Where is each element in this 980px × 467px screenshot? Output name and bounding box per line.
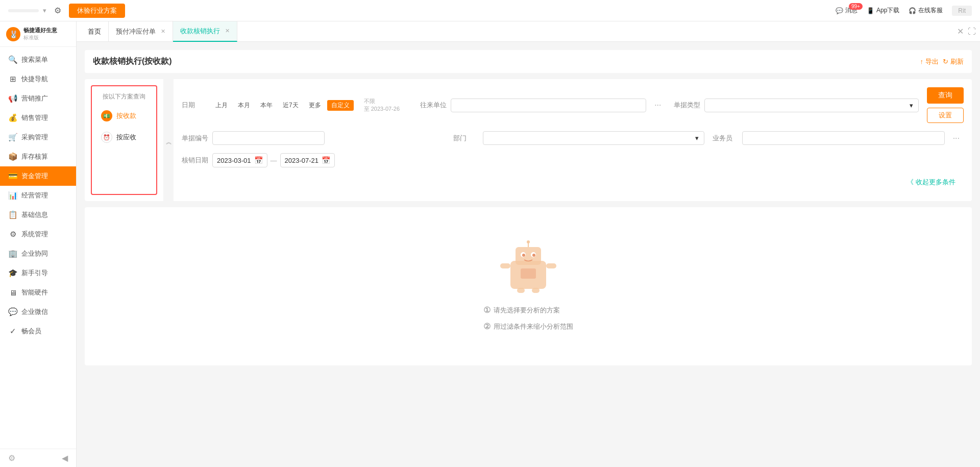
export-button[interactable]: ↑ 导出	[920, 57, 939, 66]
sidebar-item-sales[interactable]: 💰 销售管理	[0, 108, 76, 128]
sidebar-item-label: 采购管理	[21, 133, 48, 142]
sidebar-item-label: 基础信息	[21, 210, 48, 219]
gear-icon[interactable]: ⚙	[51, 4, 65, 18]
app-icon: 📱	[867, 7, 874, 14]
member-icon: ✓	[8, 327, 17, 336]
tab-home-label: 首页	[88, 27, 101, 36]
filter-row-1: 日期 上月 本月 本年 近7天 更多 自定义 不限	[182, 87, 964, 123]
header-dropdown-icon[interactable]: ▾	[43, 7, 46, 14]
sidebar-bottom: ⚙ ◀	[0, 449, 76, 467]
counterparty-field: 往来单位 ···	[420, 99, 666, 112]
verification-date-label: 核销日期	[182, 156, 208, 165]
date-btn-last-month[interactable]: 上月	[211, 100, 232, 111]
sidebar-item-enterprise[interactable]: 🏢 企业协同	[0, 244, 76, 263]
finance-icon: 💳	[8, 171, 17, 181]
sidebar-nav: 🔍 搜索菜单 ⊞ 快捷导航 📢 营销推广 💰 销售管理 🛒 采购管理 📦	[0, 47, 76, 449]
export-label: 导出	[925, 57, 939, 66]
sidebar-item-label: 库存核算	[21, 152, 48, 161]
sidebar-item-member[interactable]: ✓ 畅会员	[0, 322, 76, 341]
svg-rect-11	[532, 288, 540, 293]
staff-label: 业务员	[713, 134, 738, 143]
filter-panel: 按以下方案查询 💵 按收款 ⏰ 按应收 《	[85, 79, 972, 201]
tab-prepay-close[interactable]: ✕	[161, 28, 165, 35]
verification-date-start-input[interactable]: 2023-03-01 📅	[212, 153, 267, 167]
date-btn-custom[interactable]: 自定义	[327, 100, 354, 111]
staff-field: 业务员 ···	[713, 131, 964, 145]
dept-chevron-down-icon: ▾	[695, 134, 699, 142]
sidebar-item-inventory[interactable]: 📦 库存核算	[0, 147, 76, 166]
tab-bar: 首页 预付冲应付单 ✕ 收款核销执行 ✕ ✕ ⛶	[77, 21, 980, 42]
sidebar-item-purchase[interactable]: 🛒 采购管理	[0, 128, 76, 147]
tab-home[interactable]: 首页	[81, 21, 109, 42]
app-download-btn[interactable]: 📱 App下载	[867, 6, 899, 15]
svg-rect-8	[500, 263, 510, 268]
empty-hints: ① 请先选择要分析的方案 ② 用过滤条件来缩小分析范围	[483, 302, 573, 335]
query-type-receipt[interactable]: 💵 按收款	[96, 106, 152, 126]
system-icon: ⚙	[8, 230, 17, 239]
date-btn-this-year[interactable]: 本年	[256, 100, 277, 111]
doc-number-input[interactable]	[212, 131, 325, 145]
empty-svg-illustration	[498, 238, 559, 294]
staff-dots-icon[interactable]: ···	[949, 134, 964, 143]
counterparty-dots-icon[interactable]: ···	[650, 101, 665, 110]
collapse-more-button[interactable]: 《 收起更多条件	[907, 178, 955, 187]
empty-state: ① 请先选择要分析的方案 ② 用过滤条件来缩小分析范围	[85, 207, 972, 365]
counterparty-label: 往来单位	[420, 101, 447, 110]
tab-receivable[interactable]: 收款核销执行 ✕	[173, 21, 237, 42]
online-service-btn[interactable]: 🎧 在线客服	[909, 6, 943, 15]
counterparty-input[interactable]	[451, 99, 646, 112]
collapse-more-area: 《 收起更多条件	[182, 176, 964, 193]
sidebar-item-hardware[interactable]: 🖥 智能硬件	[0, 283, 76, 302]
query-button[interactable]: 查询	[927, 87, 964, 104]
enterprise-icon: 🏢	[8, 249, 17, 258]
sidebar-item-operation[interactable]: 📊 经营管理	[0, 186, 76, 205]
logo-version: 标准版	[23, 34, 57, 41]
search-icon: 🔍	[8, 55, 17, 64]
collapse-panel-btn[interactable]: 《	[163, 79, 174, 201]
sidebar-item-quick-nav[interactable]: ⊞ 快捷导航	[0, 69, 76, 89]
settings-button[interactable]: 设置	[927, 108, 964, 123]
filter-actions: 查询 设置	[927, 87, 964, 123]
page-title: 收款核销执行(按收款)	[93, 56, 172, 67]
tab-receivable-close[interactable]: ✕	[225, 28, 230, 34]
doc-type-select[interactable]: ▾	[704, 99, 919, 112]
tab-prepay[interactable]: 预付冲应付单 ✕	[109, 21, 173, 42]
doc-type-label: 单据类型	[674, 101, 700, 110]
refresh-label: 刷新	[950, 57, 964, 66]
date-btn-last7[interactable]: 近7天	[279, 100, 303, 111]
sidebar-item-guide[interactable]: 🎓 新手引导	[0, 263, 76, 283]
message-badge: 99+	[849, 3, 863, 10]
staff-input[interactable]	[742, 131, 945, 145]
logo-area: 🐰 畅捷通好生意 标准版	[0, 21, 76, 47]
query-type-receivable[interactable]: ⏰ 按应收	[96, 128, 152, 147]
sidebar-item-marketing[interactable]: 📢 营销推广	[0, 89, 76, 108]
dept-select[interactable]: ▾	[483, 131, 704, 145]
date-start-value: 2023-03-01	[217, 157, 251, 164]
message-icon: 💬	[836, 7, 843, 14]
industry-btn[interactable]: 休验行业方案	[69, 4, 125, 18]
sidebar-settings-icon[interactable]: ⚙	[8, 453, 15, 463]
refresh-button[interactable]: ↻ 刷新	[943, 57, 964, 66]
date-btn-this-month[interactable]: 本月	[234, 100, 254, 111]
sidebar-item-system[interactable]: ⚙ 系统管理	[0, 225, 76, 244]
sidebar-item-search[interactable]: 🔍 搜索菜单	[0, 50, 76, 69]
date-btn-more[interactable]: 更多	[305, 100, 325, 111]
sidebar-item-wechat[interactable]: 💬 企业微信	[0, 302, 76, 322]
svg-rect-1	[516, 247, 541, 265]
sidebar-item-finance[interactable]: 💳 资金管理	[0, 166, 76, 186]
user-info[interactable]: Rit	[952, 6, 972, 16]
message-btn[interactable]: 💬 消息 99+	[836, 6, 857, 15]
dept-field: 部门 ▾	[453, 131, 704, 145]
sidebar-item-label: 系统管理	[21, 230, 48, 239]
collapse-chevron-up-icon: 《	[907, 178, 914, 187]
query-type-title: 按以下方案查询	[96, 92, 152, 101]
basic-info-icon: 📋	[8, 210, 17, 219]
tab-close-all-icon[interactable]: ✕	[957, 27, 964, 36]
verification-date-end-input[interactable]: 2023-07-21 📅	[280, 153, 335, 167]
sidebar-item-basic-info[interactable]: 📋 基础信息	[0, 205, 76, 225]
receivable-icon: ⏰	[101, 132, 112, 143]
sidebar-collapse-icon[interactable]: ◀	[62, 453, 68, 463]
hardware-icon: 🖥	[8, 288, 17, 297]
date-range-divider: —	[271, 157, 277, 164]
tab-expand-icon[interactable]: ⛶	[968, 27, 976, 36]
